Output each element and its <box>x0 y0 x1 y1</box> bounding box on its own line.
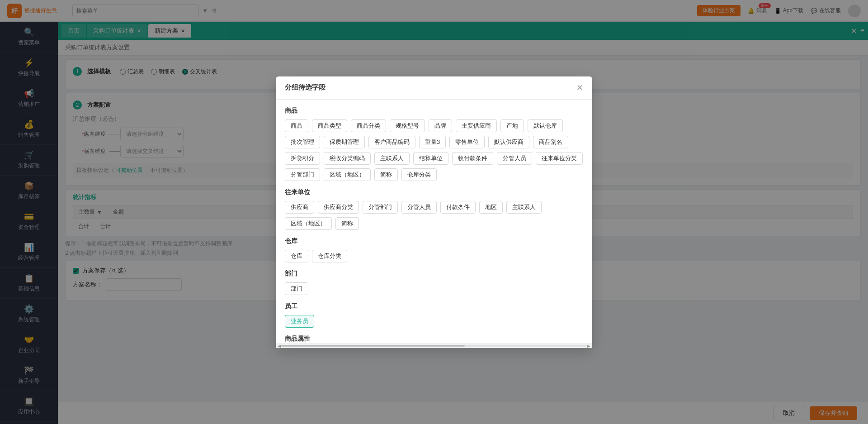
chip-goods-abbr[interactable]: 简称 <box>374 168 398 181</box>
chip-goods-split-score[interactable]: 拆货积分 <box>285 152 320 165</box>
chip-goods-retail-unit[interactable]: 零售单位 <box>449 136 485 148</box>
modal-header: 分组待选字段 ✕ <box>276 76 592 100</box>
section-dept-title: 部门 <box>285 270 583 278</box>
chip-warehouse-wh[interactable]: 仓库 <box>285 250 308 262</box>
modal-body: 商品 商品 商品类型 商品分类 规格型号 品牌 主要供应商 产地 默认仓库 批次… <box>276 100 592 332</box>
chip-goods-type[interactable]: 商品类型 <box>312 119 347 132</box>
section-employee: 员工 业务员 <box>285 302 583 328</box>
modal-title: 分组待选字段 <box>285 83 326 92</box>
chip-goods-quality[interactable]: 保质期管理 <box>324 136 365 148</box>
section-department: 部门 部门 <box>285 270 583 295</box>
chip-goods-batch[interactable]: 批次管理 <box>285 136 320 148</box>
chip-goods-payment-terms[interactable]: 收付款条件 <box>452 152 493 165</box>
chip-goods-weight[interactable]: 重量3 <box>419 136 446 148</box>
section-employee-title: 员工 <box>285 302 583 310</box>
chip-goods-spec[interactable]: 规格型号 <box>390 119 425 132</box>
chip-goods-goods[interactable]: 商品 <box>285 119 308 132</box>
section-dept-chips: 部门 <box>285 282 583 295</box>
section-partner: 往来单位 供应商 供应商分类 分管部门 分管人员 付款条件 地区 主联系人 区域… <box>285 188 583 230</box>
chip-goods-category[interactable]: 商品分类 <box>351 119 386 132</box>
chip-goods-wh-category[interactable]: 仓库分类 <box>401 168 437 181</box>
section-employee-chips: 业务员 <box>285 315 583 328</box>
chip-goods-origin[interactable]: 产地 <box>500 119 524 132</box>
modal-dialog: 分组待选字段 ✕ 商品 商品 商品类型 商品分类 规格型号 品牌 主要供应商 产… <box>276 76 592 332</box>
chip-goods-region[interactable]: 区域（地区） <box>324 168 371 181</box>
chip-goods-brand[interactable]: 品牌 <box>429 119 452 132</box>
chip-goods-alias[interactable]: 商品别名 <box>533 136 568 148</box>
chip-partner-supplier[interactable]: 供应商 <box>285 201 314 214</box>
section-partner-chips: 供应商 供应商分类 分管部门 分管人员 付款条件 地区 主联系人 区域（地区） … <box>285 201 583 230</box>
section-warehouse: 仓库 仓库 仓库分类 <box>285 237 583 262</box>
modal-close-button[interactable]: ✕ <box>576 83 583 93</box>
modal-overlay: 分组待选字段 ✕ 商品 商品 商品类型 商品分类 规格型号 品牌 主要供应商 产… <box>0 0 868 331</box>
chip-goods-partner-category[interactable]: 往来单位分类 <box>536 152 583 165</box>
chip-partner-supplier-cat[interactable]: 供应商分类 <box>318 201 359 214</box>
chip-warehouse-cat[interactable]: 仓库分类 <box>312 250 347 262</box>
chip-goods-customer-code[interactable]: 客户商品编码 <box>368 136 415 148</box>
section-warehouse-chips: 仓库 仓库分类 <box>285 250 583 262</box>
chip-goods-default-supplier[interactable]: 默认供应商 <box>488 136 529 148</box>
chip-goods-default-wh[interactable]: 默认仓库 <box>528 119 563 132</box>
section-goods: 商品 商品 商品类型 商品分类 规格型号 品牌 主要供应商 产地 默认仓库 批次… <box>285 107 583 181</box>
chip-goods-tax-code[interactable]: 税收分类编码 <box>324 152 371 165</box>
chip-partner-region[interactable]: 地区 <box>479 201 503 214</box>
chip-partner-contact[interactable]: 主联系人 <box>506 201 542 214</box>
chip-goods-dept[interactable]: 分管部门 <box>285 168 320 181</box>
section-partner-title: 往来单位 <box>285 188 583 196</box>
chip-goods-manager[interactable]: 分管人员 <box>497 152 532 165</box>
chip-dept-dept[interactable]: 部门 <box>285 282 308 295</box>
chip-goods-main-contact[interactable]: 主联系人 <box>374 152 410 165</box>
chip-partner-payment[interactable]: 付款条件 <box>440 201 476 214</box>
chip-partner-manager[interactable]: 分管人员 <box>401 201 437 214</box>
chip-goods-settle-unit[interactable]: 结算单位 <box>413 152 448 165</box>
chip-goods-main-supplier[interactable]: 主要供应商 <box>456 119 497 132</box>
section-goods-chips: 商品 商品类型 商品分类 规格型号 品牌 主要供应商 产地 默认仓库 批次管理 … <box>285 119 583 181</box>
section-goods-title: 商品 <box>285 107 583 115</box>
chip-employee-sales[interactable]: 业务员 <box>285 315 314 328</box>
chip-partner-abbr[interactable]: 简称 <box>335 217 359 230</box>
chip-partner-area[interactable]: 区域（地区） <box>285 217 332 230</box>
chip-partner-dept[interactable]: 分管部门 <box>363 201 398 214</box>
section-warehouse-title: 仓库 <box>285 237 583 245</box>
